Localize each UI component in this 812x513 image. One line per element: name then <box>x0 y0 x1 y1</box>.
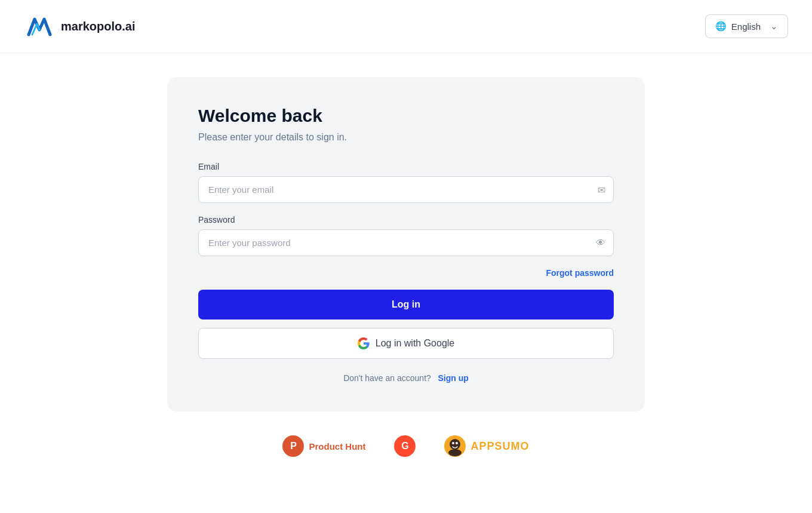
language-label: English <box>731 21 761 32</box>
product-hunt-label: Product Hunt <box>309 441 365 451</box>
email-icon: ✉ <box>598 184 605 195</box>
language-selector[interactable]: 🌐 English ⌄ <box>705 14 788 38</box>
email-input[interactable] <box>198 176 614 203</box>
product-hunt-icon: P <box>282 435 304 457</box>
g2-badge: G <box>394 435 416 457</box>
logo-area: markopolo.ai <box>24 11 135 42</box>
main-content: Welcome back Please enter your details t… <box>0 53 812 481</box>
signup-link[interactable]: Sign up <box>438 373 469 383</box>
password-label: Password <box>198 215 614 225</box>
google-button-label: Log in with Google <box>376 338 455 349</box>
card-subtitle: Please enter your details to sign in. <box>198 132 614 143</box>
google-login-button[interactable]: Log in with Google <box>198 328 614 359</box>
login-button[interactable]: Log in <box>198 290 614 320</box>
header: markopolo.ai 🌐 English ⌄ <box>0 0 812 53</box>
forgot-password-link[interactable]: Forgot password <box>546 268 614 278</box>
signup-row: Don't have an account? Sign up <box>198 373 614 383</box>
login-card: Welcome back Please enter your details t… <box>167 77 645 411</box>
password-form-group: Password 👁 <box>198 215 614 256</box>
email-label: Email <box>198 162 614 171</box>
logo-icon <box>24 11 55 42</box>
globe-icon: 🌐 <box>715 21 727 32</box>
password-input[interactable] <box>198 229 614 256</box>
footer-badges: P Product Hunt G APPSUMO <box>282 435 529 457</box>
google-icon <box>358 337 370 349</box>
password-input-wrapper: 👁 <box>198 229 614 256</box>
forgot-password-row: Forgot password <box>198 268 614 278</box>
chevron-down-icon: ⌄ <box>770 21 778 32</box>
appsumo-badge: APPSUMO <box>444 435 529 457</box>
no-account-text: Don't have an account? <box>343 373 431 383</box>
svg-point-2 <box>448 449 462 456</box>
g2-icon: G <box>394 435 416 457</box>
appsumo-label: APPSUMO <box>470 440 529 453</box>
eye-icon[interactable]: 👁 <box>596 238 605 248</box>
appsumo-icon <box>444 435 466 457</box>
logo-text: markopolo.ai <box>61 20 135 33</box>
card-title: Welcome back <box>198 106 614 126</box>
email-form-group: Email ✉ <box>198 162 614 203</box>
svg-point-4 <box>456 442 458 444</box>
email-input-wrapper: ✉ <box>198 176 614 203</box>
product-hunt-badge: P Product Hunt <box>282 435 365 457</box>
svg-point-3 <box>452 442 454 444</box>
